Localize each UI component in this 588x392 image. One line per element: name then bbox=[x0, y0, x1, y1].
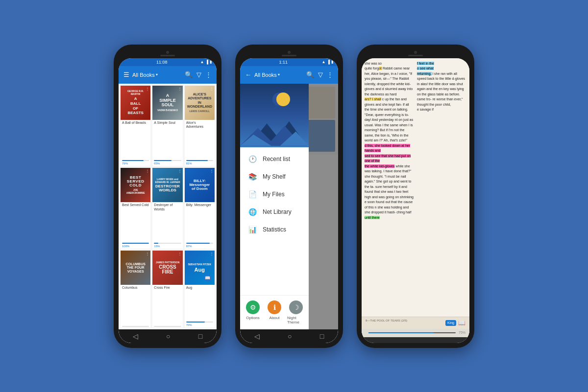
book-title-badge: King bbox=[445, 320, 456, 326]
book-item-billy[interactable]: BILLY:Messengerof Doom ⋮ Billy: Messenge… bbox=[185, 168, 215, 249]
book-title-best: Best Served Cold bbox=[121, 202, 150, 242]
progress-fill-destroyer bbox=[154, 243, 158, 244]
sidebar-footer: ⚙ Options ℹ About ☽ Night Theme bbox=[240, 295, 309, 329]
reading-para-10: returning, l she ran with all speed back… bbox=[417, 71, 466, 108]
progress-bar-alice bbox=[186, 160, 213, 161]
about-circle: ℹ bbox=[268, 300, 281, 314]
book-grid: GEORGE R.R.MARTINABALLOFBEASTS ⋮ A Ball … bbox=[119, 84, 217, 329]
book-item-aug[interactable]: SEBASTIAN FITZEKAug 📖 ⋮ Aug 70% bbox=[185, 251, 215, 327]
reading-book-icon: 📖 bbox=[458, 319, 466, 327]
book-cover-simple: ASIMPLESOULVADIM BASENKO ⋮ bbox=[152, 86, 182, 120]
nav-back-icon-1[interactable]: ◁ bbox=[133, 332, 138, 340]
nav-recent-icon-1[interactable]: □ bbox=[198, 332, 202, 340]
options-label: Options bbox=[246, 316, 260, 320]
sidebar-item-files[interactable]: 📄 My Files bbox=[240, 185, 309, 203]
book-item-destroyer[interactable]: LARRY NIVEN andEDWARD M. LERNERDESTROYER… bbox=[152, 168, 182, 249]
files-icon: 📄 bbox=[248, 190, 257, 198]
nav-home-icon-1[interactable]: ○ bbox=[166, 332, 170, 340]
progress-fill-simple bbox=[154, 160, 172, 161]
footer-nighttheme-btn[interactable]: ☽ Night Theme bbox=[287, 300, 305, 324]
phone2-screen: 1:11 ▲ ▐ ▮ ← All Books ▾ 🔍 bbox=[240, 58, 338, 343]
reading-content-area: she was so quite forgot Rabbit came near… bbox=[362, 58, 469, 317]
reading-para-3: ars? I shall c up the fan and gloves and… bbox=[365, 97, 414, 143]
sidebar-item-statistics[interactable]: 📊 Statistics bbox=[240, 221, 309, 238]
book-cover-columbus: COLUMBUSTHE FOURVOYAGES ⋮ bbox=[121, 251, 150, 285]
book-menu-dots-columbus[interactable]: ⋮ bbox=[146, 252, 149, 256]
book-menu-dots-destroyer[interactable]: ⋮ bbox=[178, 169, 182, 173]
app-bar-2: ← All Books ▾ 🔍 ▽ ⋮ bbox=[240, 66, 338, 84]
progress-fill-ball bbox=[122, 160, 144, 161]
hamburger-menu-icon[interactable]: ☰ bbox=[123, 71, 129, 78]
reading-progress-area: 75% bbox=[362, 329, 469, 337]
reading-para-6: the white kid-gloves while she was talki… bbox=[365, 164, 414, 215]
statistics-icon: 📊 bbox=[248, 226, 257, 233]
title-dropdown-icon[interactable]: ▾ bbox=[156, 72, 158, 77]
reading-footer-right: King 📖 bbox=[445, 319, 466, 327]
nav-home-icon-2[interactable]: ○ bbox=[288, 332, 292, 340]
book-menu-dots-billy[interactable]: ⋮ bbox=[210, 169, 214, 173]
nav-recent-icon-2[interactable]: □ bbox=[320, 332, 324, 340]
mountains-svg bbox=[240, 113, 309, 147]
nighttheme-label: Night Theme bbox=[287, 316, 305, 324]
book-title-simple: A Simple Soul bbox=[152, 120, 182, 160]
more-options-icon-2[interactable]: ⋮ bbox=[327, 71, 333, 78]
book-menu-dots-simple[interactable]: ⋮ bbox=[178, 87, 182, 91]
phone-sidebar: 1:11 ▲ ▐ ▮ ← All Books ▾ 🔍 bbox=[235, 45, 343, 348]
search-icon[interactable]: 🔍 bbox=[185, 71, 193, 78]
sidebar-dim-overlay[interactable] bbox=[309, 84, 338, 329]
book-menu-dots-aug[interactable]: ⋮ bbox=[210, 252, 214, 256]
book-menu-dots-ball[interactable]: ⋮ bbox=[146, 87, 149, 91]
book-progress-simple: 65% bbox=[152, 161, 182, 166]
back-icon[interactable]: ← bbox=[245, 71, 251, 78]
status-bar-1: 11:08 ▲ ▐ ▮ bbox=[119, 58, 217, 66]
app-bar-left-1: ☰ All Books ▾ bbox=[123, 71, 158, 78]
book-item-simple-soul[interactable]: ASIMPLESOULVADIM BASENKO ⋮ A Simple Soul… bbox=[152, 86, 182, 166]
app-bar-1: ☰ All Books ▾ 🔍 ▽ ⋮ bbox=[119, 66, 217, 84]
book-item-crossfire[interactable]: JAMES PATTERSONCROSSFIRE ⋮ Cross Fire bbox=[152, 251, 182, 327]
book-title-aug: Aug bbox=[185, 285, 215, 321]
sidebar-item-netlibrary[interactable]: 🌐 Net Library bbox=[240, 203, 309, 221]
book-cover-alice: ALICE'SADVENTURESIN WONDERLANDLEWIS CARR… bbox=[185, 86, 215, 120]
reading-progress-percent: 75% bbox=[459, 330, 466, 336]
reading-para-1: she was so bbox=[365, 61, 414, 67]
book-cover-best: BESTSERVEDCOLDJOEABERCROMBIE ⋮ bbox=[121, 168, 150, 202]
book-progress-billy: 87% bbox=[185, 244, 215, 249]
all-books-title-2: All Books ▾ bbox=[254, 72, 280, 78]
reading-para-11: e savage if bbox=[417, 107, 466, 113]
search-icon-2[interactable]: 🔍 bbox=[306, 71, 314, 78]
filter-icon-2[interactable]: ▽ bbox=[318, 71, 323, 78]
more-options-icon[interactable]: ⋮ bbox=[205, 71, 212, 78]
progress-fill-billy bbox=[186, 243, 210, 244]
netlibrary-label: Net Library bbox=[263, 208, 292, 215]
sidebar-item-recent[interactable]: 🕐 Recent list bbox=[240, 150, 309, 168]
phone-speaker bbox=[160, 55, 175, 56]
sidebar-item-shelf[interactable]: 📚 My Shelf bbox=[240, 168, 309, 185]
book-item-alice[interactable]: ALICE'SADVENTURESIN WONDERLANDLEWIS CARR… bbox=[185, 86, 215, 166]
book-item-best-served[interactable]: BESTSERVEDCOLDJOEABERCROMBIE ⋮ Best Serv… bbox=[121, 168, 150, 249]
signal-icon-2: ▐ bbox=[327, 60, 330, 64]
book-menu-dots-alice[interactable]: ⋮ bbox=[210, 87, 214, 91]
footer-options-btn[interactable]: ⚙ Options bbox=[244, 300, 262, 324]
phone-reading: she was so quite forgot Rabbit came near… bbox=[357, 45, 474, 348]
reading-para-8: f feet in the bbox=[417, 61, 466, 67]
library-title-label: All Books bbox=[132, 72, 155, 78]
status-icons-1: ▲ ▐ ▮ bbox=[200, 60, 212, 64]
progress-bar-best bbox=[122, 243, 149, 244]
progress-bar-crossfire bbox=[154, 326, 181, 327]
book-menu-dots-best[interactable]: ⋮ bbox=[146, 169, 149, 173]
reading-columns: she was so quite forgot Rabbit came near… bbox=[365, 61, 466, 314]
book-item-ball-of-beasts[interactable]: GEORGE R.R.MARTINABALLOFBEASTS ⋮ A Ball … bbox=[121, 86, 150, 166]
phone-library: 11:08 ▲ ▐ ▮ ☰ All Books ▾ 🔍 bbox=[114, 45, 221, 348]
title-dropdown-icon-2[interactable]: ▾ bbox=[278, 72, 280, 77]
footer-about-btn[interactable]: ℹ About bbox=[266, 300, 283, 324]
nav-bar-3 bbox=[362, 337, 469, 343]
progress-bar-aug bbox=[186, 322, 213, 323]
progress-bar-billy bbox=[186, 243, 213, 244]
filter-icon[interactable]: ▽ bbox=[196, 71, 201, 78]
book-item-columbus[interactable]: COLUMBUSTHE FOURVOYAGES ⋮ Columbus bbox=[121, 251, 150, 327]
reading-para-9: o see what bbox=[417, 66, 466, 71]
shelf-icon: 📚 bbox=[248, 173, 257, 181]
reading-para-5: sed to see that she had put on one of th… bbox=[365, 154, 414, 164]
nav-back-icon-2[interactable]: ◁ bbox=[254, 332, 260, 340]
book-menu-dots-crossfire[interactable]: ⋮ bbox=[178, 252, 182, 256]
